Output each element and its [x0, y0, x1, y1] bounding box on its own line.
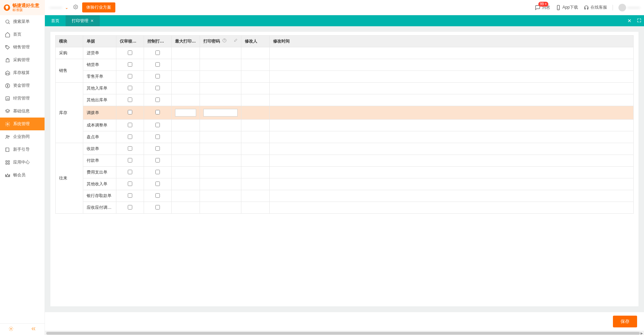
- sidebar-item-10[interactable]: 新手引导: [0, 143, 45, 156]
- scrollbar-thumb[interactable]: [46, 332, 640, 335]
- checkbox[interactable]: [155, 74, 160, 78]
- tab-close-all-button[interactable]: ✕: [625, 18, 634, 24]
- checkbox[interactable]: [128, 158, 132, 162]
- checkbox[interactable]: [155, 110, 160, 114]
- table-row: 盘点单: [56, 131, 634, 143]
- messages-link[interactable]: 99 + 消息: [535, 4, 550, 10]
- th-control-count: 控制打印次数: [144, 36, 172, 47]
- cell-doc: 应收应付调整单: [83, 202, 116, 214]
- checkbox[interactable]: [128, 146, 132, 151]
- tab-home[interactable]: 首页: [45, 15, 66, 26]
- sidebar-item-9[interactable]: 企业协同: [0, 130, 45, 143]
- horizontal-scrollbar[interactable]: ▶: [45, 331, 644, 335]
- checkbox[interactable]: [155, 62, 160, 67]
- cell-max-count: [172, 155, 200, 167]
- sidebar-item-1[interactable]: 首页: [0, 28, 45, 41]
- sidebar-item-0[interactable]: 搜索菜单: [0, 15, 45, 28]
- tab-print-management[interactable]: 打印管理 ✕: [66, 15, 100, 26]
- user-menu[interactable]: ———: [618, 4, 640, 11]
- cell-doc: 银行存取款单: [83, 190, 116, 202]
- sidebar-item-4[interactable]: 库存核算: [0, 66, 45, 79]
- checkbox[interactable]: [128, 123, 132, 127]
- sidebar-item-8[interactable]: 系统管理: [0, 118, 45, 130]
- checkbox[interactable]: [128, 86, 132, 90]
- cell-module: 库存: [56, 83, 83, 143]
- cell-control-count: [144, 143, 172, 155]
- max-print-input[interactable]: [175, 109, 196, 117]
- sidebar-collapse-button[interactable]: [22, 324, 45, 335]
- phone-icon: [556, 5, 561, 10]
- help-icon[interactable]: [222, 38, 227, 43]
- checkbox[interactable]: [155, 205, 160, 210]
- checkbox[interactable]: [128, 50, 132, 55]
- checkbox[interactable]: [128, 205, 132, 210]
- cell-modifier: [241, 83, 270, 94]
- topbar: 畅捷通好生意 标准版 ——— ⌄ 体验行业方案 99 + 消息 App下载 在线…: [0, 0, 644, 15]
- cell-password: [200, 94, 241, 106]
- online-service-link[interactable]: 在线客服: [584, 4, 607, 10]
- experience-plan-button[interactable]: 体验行业方案: [82, 2, 115, 12]
- account-selector[interactable]: ——— ⌄: [50, 5, 68, 10]
- checkbox[interactable]: [155, 134, 160, 139]
- svg-rect-2: [557, 5, 559, 10]
- checkbox[interactable]: [128, 62, 132, 67]
- checkbox[interactable]: [155, 182, 160, 186]
- scroll-right-icon[interactable]: ▶: [640, 331, 643, 335]
- cell-only-after-audit: [116, 71, 144, 83]
- cell-control-count: [144, 83, 172, 94]
- sidebar-item-label: 新手引导: [13, 147, 30, 152]
- checkbox[interactable]: [128, 74, 132, 78]
- checkbox[interactable]: [128, 193, 132, 198]
- table-row: 采购进货单: [56, 47, 634, 59]
- user-name: ———: [627, 5, 640, 10]
- checkbox[interactable]: [155, 123, 160, 127]
- checkbox[interactable]: [128, 182, 132, 186]
- cell-doc: 费用支出单: [83, 167, 116, 178]
- sidebar-item-label: 采购管理: [13, 57, 30, 63]
- checkbox[interactable]: [128, 110, 132, 114]
- checkbox[interactable]: [128, 134, 132, 139]
- checkbox[interactable]: [128, 170, 132, 174]
- sidebar-item-11[interactable]: 应用中心: [0, 156, 45, 169]
- sidebar-item-label: 销售管理: [13, 44, 30, 50]
- checkbox[interactable]: [155, 170, 160, 174]
- print-password-input[interactable]: [203, 109, 238, 117]
- edit-icon[interactable]: [233, 38, 238, 43]
- fullscreen-button[interactable]: [634, 18, 644, 24]
- cell-only-after-audit: [116, 106, 144, 120]
- tag-icon: [5, 45, 10, 50]
- th-modify-time: 修改时间: [270, 36, 634, 47]
- checkbox[interactable]: [155, 146, 160, 151]
- cell-control-count: [144, 120, 172, 131]
- cell-control-count: [144, 47, 172, 59]
- cell-max-count: [172, 120, 200, 131]
- sidebar-item-7[interactable]: 基础信息: [0, 105, 45, 118]
- sidebar-item-12[interactable]: 畅会员: [0, 169, 45, 182]
- cell-max-count: [172, 94, 200, 106]
- checkbox[interactable]: [155, 97, 160, 102]
- cell-modify-time: [270, 83, 634, 94]
- checkbox[interactable]: [155, 193, 160, 198]
- sidebar-item-3[interactable]: 采购管理: [0, 54, 45, 66]
- cell-password: [200, 120, 241, 131]
- th-only-after-audit: 仅审核后打印: [116, 36, 144, 47]
- cell-modifier: [241, 143, 270, 155]
- cell-modifier: [241, 59, 270, 71]
- close-icon[interactable]: ✕: [90, 19, 94, 23]
- sidebar-item-2[interactable]: 销售管理: [0, 41, 45, 54]
- sidebar-item-6[interactable]: 经营管理: [0, 92, 45, 105]
- save-button[interactable]: 保存: [613, 316, 637, 327]
- cell-password: [200, 143, 241, 155]
- sidebar-item-5[interactable]: 资金管理: [0, 79, 45, 92]
- checkbox[interactable]: [155, 158, 160, 162]
- checkbox[interactable]: [155, 50, 160, 55]
- account-settings-icon[interactable]: [73, 4, 78, 10]
- gear-icon: [5, 121, 10, 127]
- avatar-icon: [618, 4, 626, 11]
- sidebar-item-label: 企业协同: [13, 134, 30, 140]
- sidebar-settings-button[interactable]: [0, 324, 22, 335]
- checkbox[interactable]: [155, 86, 160, 90]
- checkbox[interactable]: [128, 97, 132, 102]
- app-download-link[interactable]: App下载: [556, 4, 578, 10]
- cell-modify-time: [270, 190, 634, 202]
